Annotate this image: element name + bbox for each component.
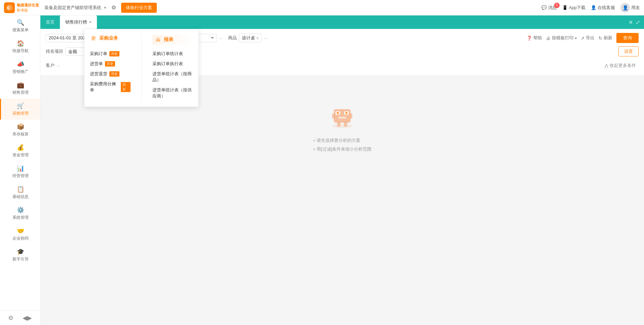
dropdown-item-label: 采购费用分摊单 [90,81,119,93]
sidebar-item-label: 基础信息 [12,194,29,200]
sidebar-item-operation[interactable]: 📊 经营管理 [0,161,40,182]
customer-filter: 客户 ··· [46,63,60,69]
system-icon: ⚙️ [17,206,24,214]
search-icon: 🔍 [17,19,24,26]
tab-bar-actions: ✕ ⤢ [629,19,644,26]
logo-area: 6 畅捷通好生意 标准版 [4,2,44,13]
empty-illustration [325,103,359,129]
sidebar-item-baseinfo[interactable]: 📋 基础信息 [0,182,40,203]
customer-dots[interactable]: ··· [57,63,60,68]
svg-rect-8 [337,122,341,127]
message-badge: 6 [554,3,560,8]
newbie-icon: 🎓 [17,248,24,255]
purchase-icon: 🛒 [17,102,24,110]
goods-label: 商品 [228,35,237,41]
print-btn[interactable]: 🖨 按模板打印 ▾ [546,35,577,41]
history-badge: 历史 [109,71,119,77]
history-badge: 历史 [121,82,131,92]
sidebar-bottom: ⚙ ◀▶ [0,311,40,325]
top-nav: 装备及固定资产辅助管理系统 ▾ ⚙ 体验行业方案 [44,3,541,13]
sidebar-item-marketing[interactable]: 📣 营销推广 [0,57,40,78]
sidebar-item-label: 库存核算 [12,131,29,137]
industry-btn[interactable]: 体验行业方案 [121,3,157,13]
dropdown-item-stock-in[interactable]: 进货单 历史 [90,59,131,69]
sidebar-item-enterprise[interactable]: 🤝 企业协同 [0,224,40,245]
help-btn[interactable]: ❓ 帮助 [527,35,542,41]
sidebar-item-newbie[interactable]: 🎓 新手引导 [0,245,40,266]
customer-label: 客户 [46,63,55,69]
online-service-btn[interactable]: 👤 在线客服 [591,5,615,11]
sidebar-item-search[interactable]: 🔍 搜索菜单 [0,15,40,36]
svg-point-1 [332,124,352,128]
app-download-btn[interactable]: 📱 App下载 [562,5,585,11]
tab-sales-rank[interactable]: 销售排行榜 × [60,15,97,29]
dropdown-item-stock-in-stat-supplier[interactable]: 进货单统计表（按供应商） [152,85,193,101]
message-btn[interactable]: 💬 消息 6 [541,5,557,11]
user-menu[interactable]: 👤 用友 [620,3,640,12]
top-right: 💬 消息 6 📱 App下载 👤 在线客服 👤 用友 [541,3,640,12]
system-title-dropdown[interactable]: ▾ [104,5,106,10]
operation-icon: 📊 [17,165,24,172]
home-icon: 🏠 [17,40,24,47]
phone-icon: 📱 [562,5,568,10]
rank-item-label: 排名项目 [46,48,63,54]
tab-bar: 首页 销售排行榜 × ✕ ⤢ [40,15,644,29]
history-badge: 历史 [105,61,115,67]
collapse-btn[interactable]: ⋀ 收起更多条件 [602,60,639,71]
sidebar-item-sales[interactable]: 💼 销售管理 [0,78,40,99]
tab-close-btn[interactable]: × [89,20,92,25]
collapse-sidebar-btn[interactable]: ◀▶ [23,314,32,322]
sidebar-item-label: 搜索菜单 [12,27,29,33]
dropdown-item-label: 采购订单 [90,51,107,57]
svg-rect-9 [344,122,347,127]
refresh-btn[interactable]: ↻ 刷新 [599,35,612,41]
dropdown-purchase-header: 采购业务 [90,35,131,45]
goods-dots[interactable]: ··· [264,36,267,41]
dropdown-item-label: 进货单统计表（按商品） [152,71,193,83]
settings-btn-wrap: 设置 [618,46,639,56]
dropdown-item-label: 采购订单统计表 [152,51,183,57]
content-area: 首页 销售排行榜 × ✕ ⤢ 最近7天 更多 自 [40,15,644,325]
settings-icon[interactable]: ⚙ [109,3,118,12]
sidebar-item-capital[interactable]: 💰 资金管理 [0,140,40,161]
settings-btn[interactable]: 设置 [618,46,639,56]
refresh-icon: ↻ [599,36,602,41]
sidebar-item-purchase[interactable]: 🛒 采购管理 [0,99,40,120]
dropdown-reports-header: 报表 [152,35,193,45]
sidebar: 🔍 搜索菜单 🏠 快捷导航 📣 营销推广 💼 销售管理 🛒 采购管理 📦 库存核… [0,15,40,325]
marketing-icon: 📣 [17,60,24,68]
print-dropdown-icon[interactable]: ▾ [575,36,577,40]
close-window-icon[interactable]: ✕ [629,19,633,26]
settings-bottom-btn[interactable]: ⚙ [8,314,13,322]
sidebar-item-inventory[interactable]: 📦 库存核算 [0,120,40,140]
sidebar-item-system[interactable]: ⚙️ 系统管理 [0,203,40,224]
query-btn[interactable]: 查询 [616,33,639,43]
reports-header-icon [154,36,162,43]
dropdown-item-purchase-expense[interactable]: 采购费用分摊单 历史 [90,79,131,95]
dropdown-divider [141,35,142,101]
dropdown-item-purchase-order[interactable]: 采购订单 历史 [90,49,131,59]
svg-point-10 [337,112,339,114]
filter-actions: ❓ 帮助 🖨 按模板打印 ▾ ↗ 导出 ↻ [527,33,639,43]
system-title: 装备及固定资产辅助管理系统 [44,5,101,11]
sidebar-item-label: 经营管理 [12,173,29,179]
maximize-icon[interactable]: ⤢ [636,19,640,26]
sidebar-item-label: 销售管理 [12,90,29,95]
svg-point-11 [346,112,348,114]
sidebar-item-quicknav[interactable]: 🏠 快捷导航 [0,36,40,57]
dropdown-item-purchase-order-stat[interactable]: 采购订单统计表 [152,49,193,59]
inventory-icon: 📦 [17,123,24,130]
voucher-status-dots[interactable]: ··· [219,36,223,41]
print-icon: 🖨 [546,36,550,41]
dropdown-item-purchase-order-exec[interactable]: 采购订单执行表 [152,59,193,69]
goods-tag-close[interactable]: × [256,36,259,41]
export-btn[interactable]: ↗ 导出 [581,35,595,41]
tab-sales-rank-label: 销售排行榜 [65,19,87,25]
top-bar: 6 畅捷通好生意 标准版 装备及固定资产辅助管理系统 ▾ ⚙ 体验行业方案 💬 … [0,0,644,15]
dropdown-item-stock-return[interactable]: 进货退货 历史 [90,69,131,79]
purchase-header-icon [90,35,97,42]
svg-rect-7 [350,113,352,119]
dropdown-item-stock-in-stat-goods[interactable]: 进货单统计表（按商品） [152,69,193,85]
goods-filter: 商品 设计桌 × ··· [228,34,267,42]
tab-home[interactable]: 首页 [40,15,60,29]
